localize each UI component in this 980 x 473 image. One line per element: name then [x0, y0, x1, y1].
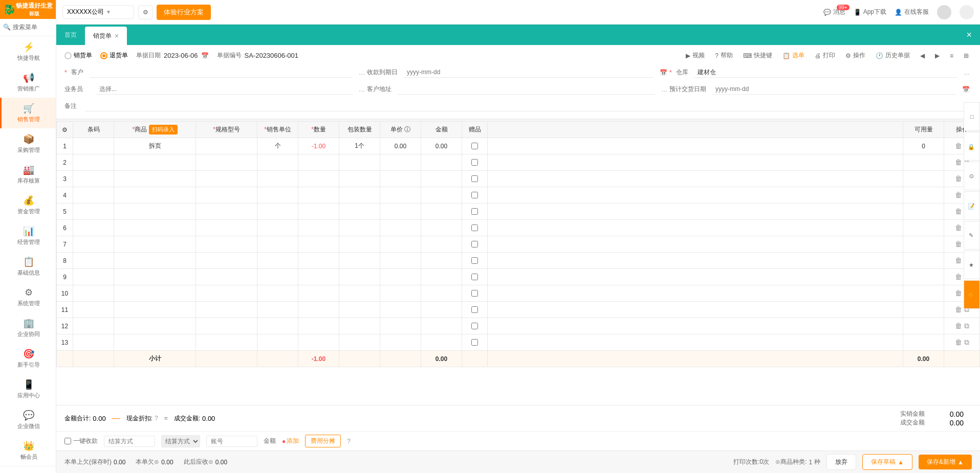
nav-next-btn[interactable]: ▶ [932, 51, 943, 60]
list-view-btn[interactable]: ≡ [947, 51, 956, 60]
delete-icon[interactable]: 🗑 [955, 191, 962, 199]
customer-dots-btn[interactable]: … [357, 69, 367, 76]
gift-checkbox[interactable] [471, 257, 478, 264]
tab-close-icon[interactable]: × [115, 32, 119, 40]
scan-button[interactable]: 扫码录入 [149, 125, 178, 134]
sidebar-item-member[interactable]: 👑 畅会员 [0, 435, 56, 466]
expected-date-calendar-icon[interactable]: 📅 [960, 86, 972, 93]
app-download-btn[interactable]: 📱 App下载 [854, 8, 886, 16]
expected-date-input[interactable] [712, 84, 956, 95]
delete-icon[interactable]: 🗑 [955, 322, 962, 330]
nav-prev-btn[interactable]: ◀ [917, 51, 928, 60]
delete-icon[interactable]: 🗑 [955, 207, 962, 216]
right-btn-2[interactable]: 🔒 [964, 132, 980, 161]
gift-checkbox[interactable] [471, 323, 478, 329]
copy-icon[interactable]: ⧉ [964, 322, 969, 330]
gift-checkbox[interactable] [471, 192, 478, 198]
history-btn[interactable]: 🕐 历史单据 [873, 50, 913, 61]
delete-icon[interactable]: 🗑 [955, 142, 962, 150]
radio-sale[interactable]: 销货单 [64, 51, 92, 60]
gift-checkbox[interactable] [471, 208, 478, 215]
sidebar-item-finance[interactable]: 💰 资金管理 [0, 190, 56, 220]
row-product[interactable]: 拆页 [114, 138, 196, 154]
abandon-button[interactable]: 放弃 [826, 454, 856, 470]
sidebar-item-inventory[interactable]: 🏭 库存核算 [0, 159, 56, 190]
delete-icon[interactable]: 🗑 [955, 273, 962, 281]
delete-icon[interactable]: 🗑 [955, 305, 962, 314]
right-btn-4[interactable]: 📝 [964, 191, 980, 220]
gift-checkbox[interactable] [471, 224, 478, 231]
sidebar-item-basic-info[interactable]: 📋 基础信息 [0, 251, 56, 282]
th-settings[interactable]: ⚙ [57, 122, 73, 138]
row-notes[interactable] [488, 138, 903, 154]
sidebar-item-enterprise[interactable]: 🏢 企业协同 [0, 312, 56, 343]
one-click-pay-checkbox[interactable]: 一键收款 [64, 437, 98, 445]
tab-home[interactable]: 首页 [56, 25, 85, 45]
calc-method-select[interactable]: 结算方式 [161, 435, 200, 447]
delete-icon[interactable]: 🗑 [955, 338, 962, 347]
fee-split-button[interactable]: 费用分摊 [305, 435, 341, 447]
message-btn[interactable]: 💬 消息 99+ [823, 8, 845, 16]
customer-addr-dots-btn[interactable]: … [659, 86, 669, 93]
sidebar-settings-btn[interactable]: ⚙ [4, 470, 14, 473]
add-payment-btn[interactable]: ● 添加 [282, 437, 299, 445]
gift-checkbox[interactable] [471, 175, 478, 182]
fee-help-icon[interactable]: ? [347, 438, 351, 445]
calendar-icon[interactable]: 📅 [201, 52, 209, 59]
choose-btn[interactable]: 📋 选单 [779, 50, 808, 61]
right-btn-1[interactable]: □ [964, 102, 980, 131]
copy-icon[interactable]: ⧉ [964, 338, 969, 347]
one-click-checkbox[interactable] [64, 438, 71, 444]
gift-checkbox[interactable] [471, 290, 478, 297]
right-btn-7[interactable]: 🔶 [964, 280, 980, 309]
gift-checkbox[interactable] [471, 339, 478, 346]
sidebar-item-guide[interactable]: 🎯 新手引导 [0, 343, 56, 374]
row-pack-qty[interactable]: 1个 [339, 138, 380, 154]
help-btn[interactable]: ? 帮助 [712, 50, 736, 61]
calc-method-input[interactable] [104, 436, 155, 447]
gift-checkbox[interactable] [471, 241, 478, 247]
customer-input[interactable] [90, 67, 353, 78]
delete-icon[interactable]: 🗑 [955, 256, 962, 265]
row-spec[interactable] [196, 138, 257, 154]
delete-icon[interactable]: 🗑 [955, 289, 962, 298]
video-btn[interactable]: ▶ 视频 [683, 50, 708, 61]
sidebar-collapse-btn[interactable]: ◀ [43, 470, 52, 473]
sidebar-search[interactable]: 🔍 搜索菜单 [0, 19, 56, 36]
tabbar-close-btn[interactable]: × [962, 30, 976, 40]
gift-checkbox[interactable] [471, 306, 478, 313]
sidebar-item-system[interactable]: ⚙ 系统管理 [0, 282, 56, 312]
gift-checkbox[interactable] [471, 159, 478, 166]
sidebar-item-shortcut[interactable]: ⚡ 快捷导航 [0, 36, 56, 67]
delete-icon[interactable]: 🗑 [955, 240, 962, 249]
print-btn[interactable]: 🖨 打印 [812, 50, 838, 61]
sidebar-item-business[interactable]: 📊 经营管理 [0, 220, 56, 251]
row-qty[interactable]: -1.00 [298, 138, 339, 154]
trial-button[interactable]: 体验行业方案 [157, 5, 211, 20]
receive-date-input[interactable] [404, 67, 654, 78]
row-barcode[interactable] [73, 138, 114, 154]
row-amount[interactable]: 0.00 [421, 138, 462, 154]
sidebar-item-wechat[interactable]: 💬 企业微信 [0, 404, 56, 435]
company-select[interactable]: XXXXXX公司 ▼ [62, 5, 134, 19]
row-gift[interactable] [462, 138, 488, 154]
radio-return[interactable]: 退货单 [100, 51, 128, 60]
save-new-button[interactable]: 保存&新增 ▲ [919, 455, 972, 469]
salesperson-input[interactable] [96, 84, 353, 95]
sidebar-item-app-center[interactable]: 📱 应用中心 [0, 374, 56, 404]
grid-view-btn[interactable]: ⊞ [961, 51, 972, 60]
online-service-btn[interactable]: 👤 在线客服 [895, 8, 929, 16]
salesperson-dots-btn[interactable]: … [357, 86, 367, 93]
customer-addr-input[interactable] [398, 84, 655, 95]
delete-icon[interactable]: 🗑 [955, 174, 962, 183]
sidebar-item-marketing[interactable]: 📢 营销推广 [0, 67, 56, 98]
tab-sale-order[interactable]: 销货单 × [85, 27, 127, 45]
remarks-input[interactable] [85, 101, 972, 111]
warehouse-input[interactable] [694, 67, 957, 78]
row-price[interactable]: 0.00 [380, 138, 421, 154]
right-btn-6[interactable]: ★ [964, 251, 980, 279]
settings-btn[interactable]: ⚙ [138, 5, 153, 19]
right-btn-5[interactable]: ✎ [964, 221, 980, 250]
gift-checkbox[interactable] [471, 143, 478, 149]
sidebar-item-sales[interactable]: 🛒 销售管理 [0, 98, 56, 128]
